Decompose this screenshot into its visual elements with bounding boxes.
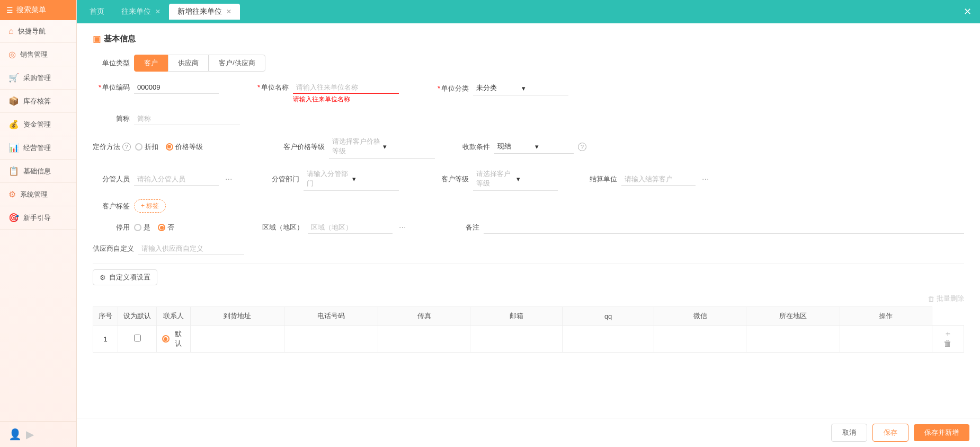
sidebar-item-newbie[interactable]: 🎯 新手引导 bbox=[0, 206, 76, 230]
dept-select[interactable]: 请输入分管部门 ▾ bbox=[304, 167, 399, 191]
supplier-custom-input[interactable] bbox=[138, 242, 244, 255]
sidebar-item-sales[interactable]: ◎ 销售管理 bbox=[0, 43, 76, 66]
add-tag-button[interactable]: + 标签 bbox=[134, 199, 166, 213]
settlement-unit-more-btn[interactable]: ··· bbox=[700, 174, 711, 184]
user-avatar-icon: 👤 bbox=[8, 428, 22, 441]
sidebar-item-label: 销售管理 bbox=[20, 50, 48, 59]
row-checkbox[interactable] bbox=[134, 335, 141, 341]
batch-delete-label[interactable]: 批量删除 bbox=[937, 294, 964, 303]
add-row-icon[interactable]: + bbox=[946, 329, 950, 338]
pricing-method-label: 定价方法 ? bbox=[93, 142, 131, 152]
short-name-label: 简称 bbox=[93, 114, 130, 124]
custom-settings-button[interactable]: ⚙ 自定义项设置 bbox=[93, 269, 157, 285]
category-dropdown-arrow: ▾ bbox=[522, 84, 565, 92]
tab-partners-close[interactable]: ✕ bbox=[155, 8, 161, 15]
cell-contact[interactable] bbox=[191, 326, 284, 353]
customer-level-label: 客户等级 bbox=[432, 174, 469, 184]
remark-label: 备注 bbox=[442, 223, 479, 232]
save-button[interactable]: 保存 bbox=[872, 424, 908, 442]
tab-home[interactable]: 首页 bbox=[81, 4, 113, 20]
sidebar-search-label: 搜索菜单 bbox=[16, 5, 46, 15]
settlement-unit-input[interactable] bbox=[621, 173, 696, 186]
unit-category-select[interactable]: 未分类 ▾ bbox=[473, 81, 568, 95]
unit-type-group: 单位类型 客户 供应商 客户/供应商 bbox=[93, 55, 315, 72]
default-radio[interactable]: 默认 bbox=[162, 329, 185, 348]
disable-yes-radio[interactable]: 是 bbox=[134, 223, 150, 232]
cell-default-radio: 默认 bbox=[157, 326, 191, 353]
unit-code-input[interactable] bbox=[134, 81, 219, 94]
fax-input[interactable] bbox=[476, 335, 557, 343]
unit-type-supplier-btn[interactable]: 供应商 bbox=[168, 55, 209, 72]
unit-type-label: 单位类型 bbox=[93, 58, 130, 68]
form-content: ▣ 基本信息 单位类型 客户 供应商 客户/供应商 *单位编码 bbox=[77, 23, 980, 418]
customer-level-select[interactable]: 请选择客户等级 ▾ bbox=[473, 167, 558, 191]
row-region-input[interactable] bbox=[845, 335, 926, 343]
newbie-icon: 🎯 bbox=[8, 213, 19, 223]
sidebar-item-basics[interactable]: 📋 基础信息 bbox=[0, 160, 76, 183]
sidebar-search[interactable]: ☰ 搜索菜单 bbox=[0, 0, 76, 20]
payment-terms-help-icon[interactable]: ? bbox=[578, 143, 586, 151]
region-more-btn[interactable]: ··· bbox=[397, 223, 408, 232]
sidebar-item-finance[interactable]: 💰 资金管理 bbox=[0, 113, 76, 136]
short-name-input[interactable] bbox=[134, 112, 240, 125]
operations-icon: 📊 bbox=[8, 143, 19, 153]
cell-row-region[interactable] bbox=[840, 326, 932, 353]
cell-default-checkbox[interactable] bbox=[118, 326, 157, 353]
sidebar-item-label: 系统管理 bbox=[20, 190, 48, 199]
unit-name-group: *单位名称 bbox=[252, 81, 421, 94]
payment-terms-group: 收款条件 现结 ▾ ? bbox=[453, 139, 612, 154]
cell-phone[interactable] bbox=[378, 326, 470, 353]
tab-new-partner-close[interactable]: ✕ bbox=[226, 8, 231, 15]
qq-input[interactable] bbox=[660, 335, 741, 343]
unit-type-both-btn[interactable]: 客户/供应商 bbox=[209, 55, 265, 72]
sidebar-item-system[interactable]: ⚙ 系统管理 bbox=[0, 183, 76, 206]
tab-partners[interactable]: 往来单位 ✕ bbox=[113, 4, 169, 20]
email-input[interactable] bbox=[568, 335, 648, 343]
cancel-button[interactable]: 取消 bbox=[831, 424, 867, 442]
batch-delete-area: 🗑 批量删除 bbox=[93, 294, 964, 303]
unit-name-input[interactable] bbox=[293, 81, 399, 94]
col-qq: qq bbox=[563, 307, 654, 326]
contact-input[interactable] bbox=[196, 335, 279, 343]
pricing-discount-radio[interactable]: 折扣 bbox=[135, 142, 158, 152]
address-input[interactable] bbox=[290, 335, 372, 343]
disable-label: 停用 bbox=[93, 223, 130, 232]
inventory-icon: 📦 bbox=[8, 96, 19, 106]
remark-input[interactable] bbox=[484, 221, 964, 234]
pricing-help-icon[interactable]: ? bbox=[122, 143, 131, 151]
tab-new-partner[interactable]: 新增往来单位 ✕ bbox=[169, 4, 240, 20]
manager-more-btn[interactable]: ··· bbox=[223, 174, 234, 184]
home-icon: ⌂ bbox=[8, 27, 14, 36]
wechat-input[interactable] bbox=[752, 335, 834, 343]
save-and-new-button[interactable]: 保存并新增 bbox=[914, 424, 969, 441]
phone-input[interactable] bbox=[384, 335, 465, 343]
dept-arrow: ▾ bbox=[352, 175, 396, 183]
cell-fax[interactable] bbox=[470, 326, 563, 353]
unit-name-error: 请输入往来单位名称 bbox=[293, 95, 421, 104]
expand-icon[interactable]: ▶ bbox=[26, 428, 34, 441]
unit-type-customer-btn[interactable]: 客户 bbox=[134, 55, 168, 72]
customer-price-level-select[interactable]: 请选择客户价格等级 ▾ bbox=[329, 135, 435, 159]
cell-qq[interactable] bbox=[654, 326, 746, 353]
region-input[interactable] bbox=[308, 221, 393, 234]
cell-address[interactable] bbox=[284, 326, 378, 353]
disable-no-circle bbox=[158, 224, 165, 231]
cell-email[interactable] bbox=[563, 326, 654, 353]
cell-wechat[interactable] bbox=[746, 326, 840, 353]
sidebar-item-inventory[interactable]: 📦 库存核算 bbox=[0, 90, 76, 113]
manager-input[interactable] bbox=[134, 173, 219, 186]
remark-group: 备注 bbox=[442, 221, 964, 234]
system-icon: ⚙ bbox=[8, 189, 16, 199]
sidebar-item-purchase[interactable]: 🛒 采购管理 bbox=[0, 66, 76, 90]
close-all-tabs-button[interactable]: ✕ bbox=[959, 6, 976, 17]
pricing-pricelevel-radio[interactable]: 价格等级 bbox=[166, 142, 203, 152]
delete-row-icon[interactable]: 🗑 bbox=[943, 339, 952, 348]
unit-type-buttons: 客户 供应商 客户/供应商 bbox=[134, 55, 265, 72]
col-wechat: 微信 bbox=[654, 307, 746, 326]
sidebar-item-quick-nav[interactable]: ⌂ 快捷导航 bbox=[0, 20, 76, 43]
basics-icon: 📋 bbox=[8, 166, 19, 176]
payment-terms-label: 收款条件 bbox=[453, 142, 490, 152]
disable-no-radio[interactable]: 否 bbox=[158, 223, 174, 232]
sidebar-item-operations[interactable]: 📊 经营管理 bbox=[0, 136, 76, 160]
payment-terms-select[interactable]: 现结 ▾ bbox=[494, 139, 574, 154]
